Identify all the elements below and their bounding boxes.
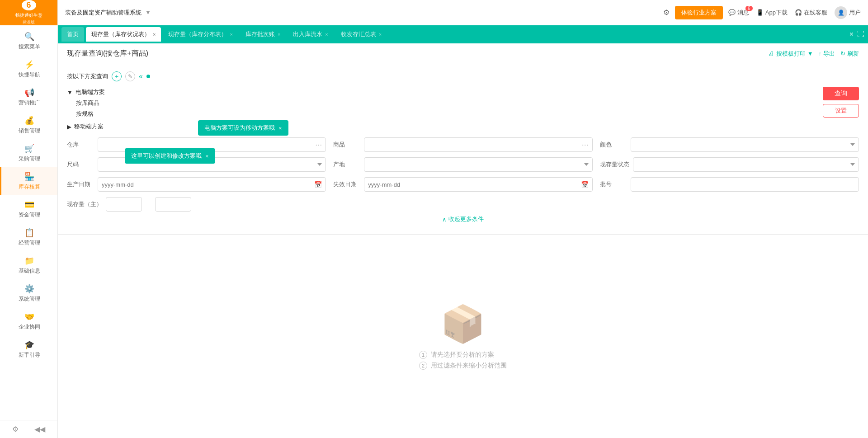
settings-icon[interactable]: ⚙ (663, 8, 670, 17)
sidebar-item-enterprise[interactable]: 🤝 企业协同 (0, 307, 57, 335)
origin-field: 产地 (333, 157, 592, 172)
tab-close-inventory-status[interactable]: × (153, 32, 156, 37)
system-title-text: 装备及固定资产辅助管理系统 (65, 9, 142, 17)
close-all-tabs-btn[interactable]: × (849, 30, 854, 38)
goods-input[interactable] (368, 138, 581, 151)
settings-footer-btn[interactable]: ⚙ (12, 425, 19, 433)
sidebar-item-sales[interactable]: 💰 销售管理 (0, 111, 57, 139)
empty-hint-1: 1 请先选择要分析的方案 (419, 351, 494, 359)
sidebar-label-nav: 快捷导航 (19, 71, 40, 79)
mobile-scheme-group[interactable]: ▶ 移动端方案 (67, 121, 859, 132)
tab-recv-summary[interactable]: 收发存汇总表 × (335, 27, 387, 42)
sidebar-item-marketing[interactable]: 📢 营销推广 (0, 83, 57, 111)
stock-main-to-input[interactable] (155, 197, 191, 212)
sidebar-item-guide[interactable]: 🎓 新手引导 (0, 335, 57, 363)
search-btn[interactable]: 查询 (823, 87, 859, 100)
refresh-btn[interactable]: ↻ 刷新 (840, 50, 859, 58)
online-support-btn[interactable]: 🎧 在线客服 (795, 9, 827, 17)
sidebar-item-nav[interactable]: ⚡ 快捷导航 (0, 55, 57, 83)
color-select[interactable] (631, 137, 859, 152)
sidebar-item-inventory[interactable]: 🏪 库存核算 (0, 167, 57, 195)
tab-close-recv-summary[interactable]: × (379, 32, 382, 37)
sidebar-label-marketing: 营销推广 (19, 99, 40, 107)
expand-icon: ▼ (67, 89, 73, 96)
sidebar-item-search[interactable]: 🔍 搜索菜单 (0, 27, 57, 55)
empty-illustration: 📦 (440, 303, 486, 345)
message-btn[interactable]: 💬 6 消息 (728, 9, 749, 17)
user-menu-btn[interactable]: 👤 用户 (835, 6, 861, 19)
sidebar: 6 畅捷通好生意 标准版 🔍 搜索菜单 ⚡ 快捷导航 📢 营销推广 💰 销售管理… (0, 0, 58, 438)
sidebar-label-search: 搜索菜单 (19, 43, 40, 51)
tab-home[interactable]: 首页 (61, 27, 84, 42)
filter-edit-btn[interactable]: ✎ (125, 71, 135, 81)
tab-close-inventory-dist[interactable]: × (230, 32, 232, 37)
phone-icon: 📱 (756, 9, 764, 16)
print-icon: 🖨 (769, 50, 774, 57)
mfg-date-label: 生产日期 (67, 180, 94, 188)
export-btn[interactable]: ↑ 导出 (819, 50, 835, 58)
tab-batch-account[interactable]: 库存批次账 × (240, 27, 286, 42)
pc-scheme-items: 按库商品 按规格 (76, 98, 859, 119)
app-logo: 6 畅捷通好生意 标准版 (0, 0, 57, 25)
empty-hint-list: 1 请先选择要分析的方案 2 用过滤条件来缩小分析范围 (419, 351, 507, 370)
scheme-popover-close[interactable]: × (278, 125, 282, 132)
chevron-up-icon: ∧ (442, 216, 447, 223)
money-icon: 💰 (24, 116, 34, 126)
tab-in-out-flow[interactable]: 出入库流水 × (288, 27, 333, 42)
collapse-btn[interactable]: ∧ 收起更多条件 (442, 215, 484, 223)
origin-select[interactable] (364, 157, 592, 172)
tab-inventory-status[interactable]: 现存量（库存状况表） × (86, 27, 161, 42)
exp-date-start-wrap[interactable]: 📅 (364, 177, 592, 192)
filter-row-4: 现存量（主） — (67, 197, 859, 212)
pc-scheme-item-0[interactable]: 按库商品 (76, 98, 859, 108)
tab-inventory-dist-label: 现存量（库存分布表） (168, 30, 227, 38)
edit-popover-close[interactable]: × (205, 153, 209, 160)
mfg-date-start-wrap[interactable]: 📅 (98, 177, 326, 192)
app-download-btn[interactable]: 📱 App下载 (756, 9, 788, 17)
dropdown-arrow-icon[interactable]: ▼ (145, 9, 151, 16)
print-dropdown-icon: ▼ (807, 50, 813, 57)
scheme-tree: ▼ 电脑端方案 按库商品 按规格 ▶ 移动端方案 (67, 87, 859, 132)
user-label: 用户 (849, 9, 861, 17)
megaphone-icon: 📢 (24, 88, 34, 98)
sidebar-label-sales: 销售管理 (19, 127, 40, 135)
tab-close-batch-account[interactable]: × (278, 32, 280, 37)
filter-back-icon[interactable]: « (139, 72, 143, 80)
sidebar-item-finance[interactable]: 💳 资金管理 (0, 195, 57, 223)
mfg-date-start-input[interactable] (102, 181, 312, 188)
sidebar-item-system[interactable]: ⚙️ 系统管理 (0, 279, 57, 307)
pc-scheme-group[interactable]: ▼ 电脑端方案 (67, 87, 859, 98)
goods-input-wrap[interactable]: ··· (364, 137, 592, 152)
print-btn[interactable]: 🖨 按模板打印 ▼ (769, 50, 813, 58)
filter-add-btn[interactable]: + (112, 71, 122, 81)
tab-close-in-out-flow[interactable]: × (325, 32, 328, 37)
logo-icon: 6 (22, 0, 36, 10)
origin-label: 产地 (333, 160, 360, 169)
search-icon: 🔍 (24, 32, 34, 42)
trial-btn[interactable]: 体验行业方案 (675, 6, 723, 19)
collapse-label: 收起更多条件 (448, 215, 484, 223)
exp-date-start-input[interactable] (368, 181, 579, 188)
batch-label: 批号 (600, 180, 627, 188)
filter-label: 按以下方案查询 (67, 72, 108, 80)
reset-btn[interactable]: 设置 (823, 104, 859, 118)
goods-dots: ··· (582, 140, 589, 150)
stock-status-select[interactable] (633, 157, 859, 172)
mfg-date-field: 生产日期 📅 (67, 177, 326, 192)
sidebar-item-basic[interactable]: 📁 基础信息 (0, 251, 57, 279)
goods-label: 商品 (333, 141, 360, 149)
stock-main-from-input[interactable] (106, 197, 142, 212)
store-icon: 🏪 (24, 172, 34, 182)
empty-hint-2-text: 用过滤条件来缩小分析范围 (431, 362, 507, 370)
sidebar-item-purchase[interactable]: 🛒 采购管理 (0, 139, 57, 167)
expand-icon-mobile: ▶ (67, 123, 71, 130)
collapse-sidebar-btn[interactable]: ◀◀ (34, 425, 45, 433)
empty-hint-2: 2 用过滤条件来缩小分析范围 (419, 362, 507, 370)
fullscreen-btn[interactable]: ⛶ (857, 30, 864, 38)
batch-input[interactable] (631, 177, 859, 192)
app-download-label: App下载 (765, 9, 788, 17)
tab-inventory-dist[interactable]: 现存量（库存分布表） × (163, 27, 238, 42)
pc-scheme-label: 电脑端方案 (75, 88, 105, 96)
sidebar-item-operation[interactable]: 📋 经营管理 (0, 223, 57, 251)
pc-scheme-item-1[interactable]: 按规格 (76, 108, 859, 119)
